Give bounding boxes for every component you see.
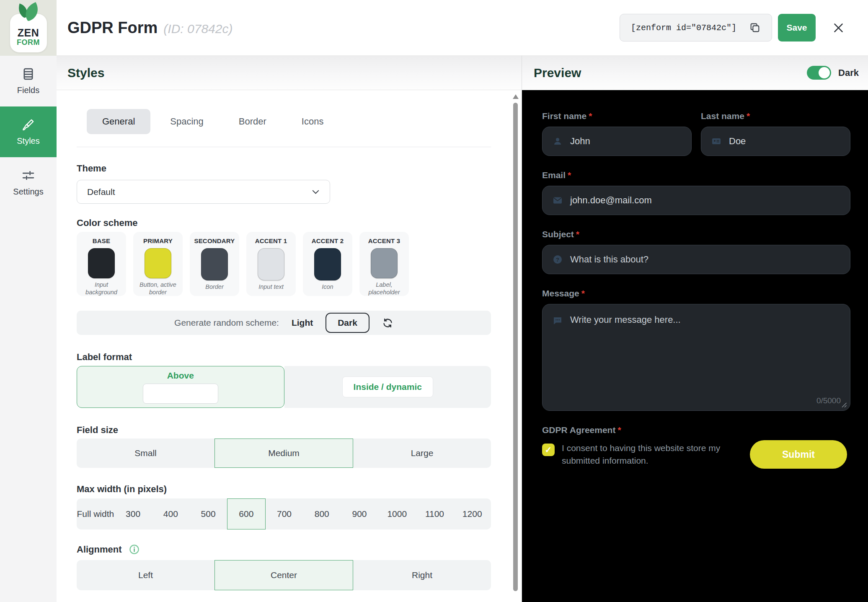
regenerate-button[interactable] xyxy=(382,317,393,329)
required-mark: * xyxy=(589,111,592,121)
preview-panel: Preview Dark First name* xyxy=(522,56,868,602)
message-label: Message* xyxy=(542,288,850,298)
preview-header: Preview Dark xyxy=(522,56,868,90)
sidebar-label-fields: Fields xyxy=(17,86,39,95)
max-width-700[interactable]: 700 xyxy=(266,498,303,529)
label-format-inside-option[interactable]: Inside / dynamic xyxy=(284,366,491,408)
sidebar-item-styles[interactable]: Styles xyxy=(0,106,57,157)
sidebar-item-fields[interactable]: Fields xyxy=(0,56,57,106)
app-window: ZEN FORM GDPR Form (ID: 07842c) [zenform… xyxy=(0,0,868,602)
color-scheme-label: Color scheme xyxy=(77,218,491,228)
last-name-input[interactable]: Doe xyxy=(701,127,850,156)
styles-panel: Styles General Spacing Border Icons Them… xyxy=(57,56,522,602)
info-icon[interactable] xyxy=(129,544,140,555)
email-input[interactable]: john.doe@mail.com xyxy=(542,186,850,215)
theme-label: Theme xyxy=(77,163,491,174)
swatch-primary[interactable]: PRIMARY Button, active border xyxy=(133,232,183,296)
max-width-full[interactable]: Full width xyxy=(77,498,114,529)
max-width-300[interactable]: 300 xyxy=(114,498,152,529)
shortcode-field[interactable]: [zenform id="07842c"] xyxy=(620,14,772,42)
generate-light-button[interactable]: Light xyxy=(292,318,313,328)
submit-button[interactable]: Submit xyxy=(750,440,847,469)
field-size-medium[interactable]: Medium xyxy=(214,439,353,468)
resize-handle-icon[interactable] xyxy=(841,402,847,408)
required-mark: * xyxy=(747,111,750,121)
color-swatches: BASE Input background PRIMARY Button, ac… xyxy=(77,232,491,296)
tab-general[interactable]: General xyxy=(87,109,150,134)
alignment-label: Alignment xyxy=(77,544,122,555)
swatch-accent2[interactable]: ACCENT 2 Icon xyxy=(303,232,352,296)
max-width-600[interactable]: 600 xyxy=(227,498,266,529)
sidebar: Fields Styles Settings xyxy=(0,56,57,602)
max-width-1200[interactable]: 1200 xyxy=(453,498,491,529)
max-width-900[interactable]: 900 xyxy=(341,498,378,529)
max-width-options: Full width 300 400 500 600 700 800 900 1… xyxy=(77,498,491,529)
subject-input[interactable]: ? What is this about? xyxy=(542,245,850,274)
generate-dark-button[interactable]: Dark xyxy=(326,313,369,333)
required-mark: * xyxy=(568,170,571,180)
label-format-above-option[interactable]: Above xyxy=(77,366,284,408)
alignment-left[interactable]: Left xyxy=(77,560,214,590)
message-placeholder: Write your message here... xyxy=(570,314,681,325)
alignment-center[interactable]: Center xyxy=(214,560,353,590)
app-logo: ZEN FORM xyxy=(0,0,57,56)
subject-placeholder: What is this about? xyxy=(570,254,648,265)
alignment-right[interactable]: Right xyxy=(353,560,491,590)
gdpr-checkbox[interactable]: ✓ xyxy=(542,444,555,456)
tab-icons[interactable]: Icons xyxy=(286,109,339,134)
styles-panel-title: Styles xyxy=(67,66,104,80)
logo-text-form: FORM xyxy=(17,38,40,47)
scrollbar-thumb[interactable] xyxy=(513,103,518,591)
question-icon: ? xyxy=(553,254,563,265)
email-value: john.doe@mail.com xyxy=(570,195,652,206)
required-mark: * xyxy=(576,229,579,239)
top-bar: ZEN FORM GDPR Form (ID: 07842c) [zenform… xyxy=(0,0,868,56)
copy-icon xyxy=(749,22,761,34)
svg-text:?: ? xyxy=(556,257,559,263)
max-width-800[interactable]: 800 xyxy=(303,498,341,529)
theme-select[interactable]: Default xyxy=(77,180,330,204)
swatch-secondary-chip[interactable] xyxy=(201,248,228,280)
swatch-accent2-chip[interactable] xyxy=(314,248,341,280)
swatch-accent3-chip[interactable] xyxy=(371,248,398,278)
shortcode-text: [zenform id="07842c"] xyxy=(631,23,736,33)
dark-mode-toggle[interactable] xyxy=(807,66,831,80)
label-format-options: Above Inside / dynamic xyxy=(77,366,491,408)
sidebar-item-settings[interactable]: Settings xyxy=(0,157,57,208)
swatch-accent1[interactable]: ACCENT 1 Input text xyxy=(246,232,296,296)
max-width-400[interactable]: 400 xyxy=(152,498,189,529)
dark-mode-label: Dark xyxy=(838,67,859,78)
generate-scheme-row: Generate random scheme: Light Dark xyxy=(77,311,491,335)
max-width-500[interactable]: 500 xyxy=(189,498,227,529)
tab-spacing[interactable]: Spacing xyxy=(155,109,219,134)
scrollbar-up-arrow[interactable] xyxy=(513,94,519,99)
max-width-1000[interactable]: 1000 xyxy=(378,498,416,529)
save-button[interactable]: Save xyxy=(778,14,816,42)
swatch-base-chip[interactable] xyxy=(88,248,115,278)
swatch-base[interactable]: BASE Input background xyxy=(77,232,126,296)
copy-shortcode-button[interactable] xyxy=(749,22,761,34)
theme-select-value: Default xyxy=(87,187,115,197)
tab-border[interactable]: Border xyxy=(223,109,282,134)
last-name-label: Last name* xyxy=(701,111,850,121)
message-textarea[interactable]: Write your message here... 0/5000 xyxy=(542,304,850,411)
field-size-options: Small Medium Large xyxy=(77,439,491,468)
chevron-down-icon xyxy=(311,187,320,197)
swatch-primary-chip[interactable] xyxy=(145,248,171,278)
close-button[interactable] xyxy=(832,21,845,34)
first-name-value: John xyxy=(570,136,590,147)
field-size-small[interactable]: Small xyxy=(77,439,214,468)
swatch-accent1-chip[interactable] xyxy=(258,248,284,280)
max-width-1100[interactable]: 1100 xyxy=(416,498,454,529)
logo-text-zen: ZEN xyxy=(18,27,39,38)
field-size-large[interactable]: Large xyxy=(353,439,491,468)
field-size-label: Field size xyxy=(77,425,491,436)
email-label: Email* xyxy=(542,170,850,180)
leaf-icon xyxy=(16,1,43,25)
styles-scrollbar[interactable] xyxy=(513,93,518,600)
swatch-secondary[interactable]: SECONDARY Border xyxy=(190,232,239,296)
sliders-icon xyxy=(21,169,35,182)
preview-form: First name* John Last name* xyxy=(522,90,868,602)
swatch-accent3[interactable]: ACCENT 3 Label, placeholder xyxy=(359,232,409,296)
first-name-input[interactable]: John xyxy=(542,127,692,156)
